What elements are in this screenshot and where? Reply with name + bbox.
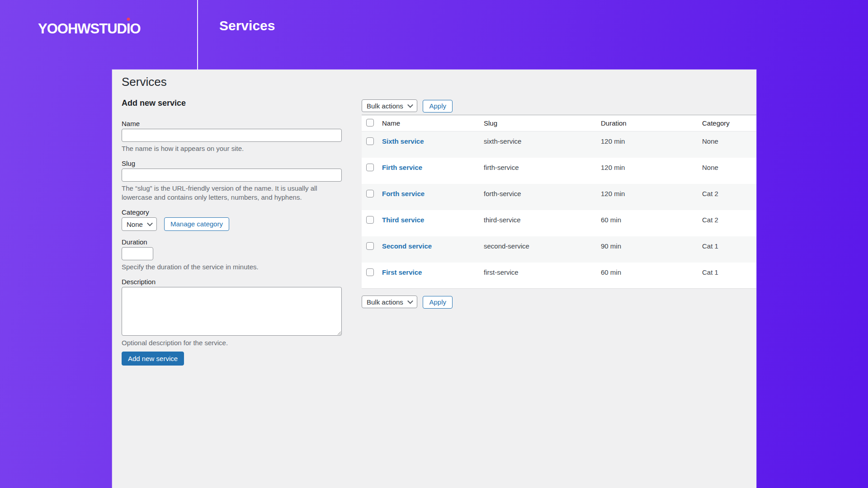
logo-text-suffix: O	[130, 21, 141, 37]
table-row: Firth service firth-service 120 min None	[362, 158, 756, 184]
row-checkbox[interactable]	[366, 164, 374, 171]
service-duration-cell: 90 min	[601, 236, 702, 263]
row-checkbox[interactable]	[366, 268, 374, 276]
table-row: First service first-service 60 min Cat 1	[362, 263, 756, 289]
service-name-link[interactable]: First service	[382, 268, 422, 276]
slug-input[interactable]	[122, 169, 342, 182]
table-header-row: Name Slug Duration Category	[362, 115, 756, 131]
bulk-actions-select-wrap-top: Bulk actions	[362, 99, 417, 112]
select-all-checkbox[interactable]	[366, 119, 374, 127]
service-category-cell: None	[702, 131, 756, 158]
row-checkbox[interactable]	[366, 137, 374, 145]
category-label: Category	[122, 208, 149, 216]
name-input[interactable]	[122, 129, 342, 142]
service-slug-cell: third-service	[484, 210, 601, 236]
service-name-link[interactable]: Forth service	[382, 190, 425, 197]
column-header-slug: Slug	[484, 115, 601, 131]
name-label: Name	[122, 120, 140, 127]
page-title: Services	[122, 75, 167, 89]
add-service-heading: Add new service	[122, 99, 186, 108]
service-category-cell: Cat 1	[702, 236, 756, 263]
manage-category-button[interactable]: Manage category	[164, 217, 229, 231]
column-header-category: Category	[702, 115, 756, 131]
service-slug-cell: firth-service	[484, 158, 601, 184]
description-textarea[interactable]	[122, 287, 342, 336]
header-page-title: Services	[219, 18, 275, 33]
slug-help-text: The “slug” is the URL-friendly version o…	[122, 184, 342, 202]
main-content-card: Services Add new service Name The name i…	[112, 70, 756, 488]
table-row: Forth service forth-service 120 min Cat …	[362, 184, 756, 210]
service-category-cell: None	[702, 158, 756, 184]
service-duration-cell: 120 min	[601, 131, 702, 158]
table-row: Third service third-service 60 min Cat 2	[362, 210, 756, 236]
category-select[interactable]: None	[122, 217, 157, 231]
description-help-text: Optional description for the service.	[122, 338, 228, 347]
service-slug-cell: sixth-service	[484, 131, 601, 158]
service-duration-cell: 120 min	[601, 184, 702, 210]
service-name-link[interactable]: Third service	[382, 216, 424, 224]
bulk-actions-select-top[interactable]: Bulk actions	[362, 99, 417, 112]
service-slug-cell: first-service	[484, 263, 601, 289]
service-category-cell: Cat 1	[702, 263, 756, 289]
column-header-name: Name	[382, 115, 484, 131]
row-checkbox[interactable]	[366, 190, 374, 197]
service-category-cell: Cat 2	[702, 210, 756, 236]
services-table: Name Slug Duration Category Sixth servic…	[362, 115, 756, 289]
bulk-actions-toolbar-bottom: Bulk actions Apply	[362, 296, 453, 308]
table-row: Sixth service sixth-service 120 min None	[362, 131, 756, 158]
name-help-text: The name is how it appears on your site.	[122, 144, 244, 153]
table-row: Second service second-service 90 min Cat…	[362, 236, 756, 263]
service-slug-cell: second-service	[484, 236, 601, 263]
bulk-actions-toolbar-top: Bulk actions Apply	[362, 99, 453, 112]
service-duration-cell: 60 min	[601, 263, 702, 289]
row-checkbox[interactable]	[366, 216, 374, 224]
service-duration-cell: 60 min	[601, 210, 702, 236]
site-logo[interactable]: YOOHWSTUDIO	[38, 21, 141, 37]
bulk-actions-select-bottom[interactable]: Bulk actions	[362, 296, 417, 308]
service-slug-cell: forth-service	[484, 184, 601, 210]
add-service-form: Services Add new service Name The name i…	[122, 70, 342, 83]
row-checkbox[interactable]	[366, 242, 374, 250]
logo-dot	[127, 18, 130, 21]
logo-text-prefix: YOOHWSTUD	[38, 21, 127, 37]
apply-button-bottom[interactable]: Apply	[423, 296, 453, 309]
slug-label: Slug	[122, 160, 135, 167]
service-name-link[interactable]: Second service	[382, 242, 432, 250]
description-label: Description	[122, 278, 156, 286]
duration-input[interactable]	[122, 247, 153, 260]
service-category-cell: Cat 2	[702, 184, 756, 210]
add-new-service-button[interactable]: Add new service	[122, 352, 184, 366]
service-name-link[interactable]: Sixth service	[382, 137, 424, 145]
header-divider	[197, 0, 198, 70]
apply-button-top[interactable]: Apply	[423, 100, 453, 113]
service-name-link[interactable]: Firth service	[382, 164, 422, 171]
service-duration-cell: 120 min	[601, 158, 702, 184]
duration-label: Duration	[122, 238, 147, 246]
category-select-wrap: None	[122, 217, 157, 231]
logo-letter-i: I	[127, 21, 130, 37]
duration-help-text: Specify the duration of the service in m…	[122, 263, 259, 272]
column-header-duration: Duration	[601, 115, 702, 131]
bulk-actions-select-wrap-bottom: Bulk actions	[362, 296, 417, 308]
